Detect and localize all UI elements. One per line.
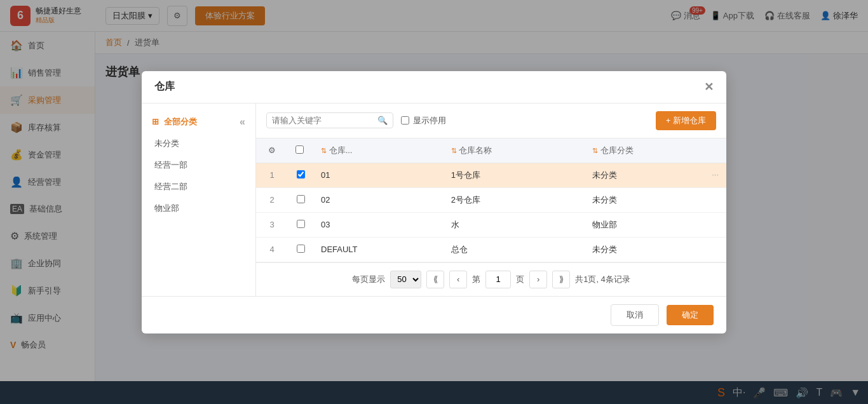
row-name: 总仓: [444, 237, 585, 262]
sort-icon-code: ⇅: [321, 147, 327, 154]
modal-category-panel: ⊞ 全部分类 « 未分类 经营一部 经营二部 物业部: [142, 104, 256, 296]
grid-icon: ⊞: [152, 117, 159, 126]
search-icon: 🔍: [377, 116, 388, 125]
sort-icon-category: ⇅: [592, 147, 598, 154]
show-disabled-checkbox-label[interactable]: 显示停用: [401, 115, 446, 126]
show-disabled-checkbox[interactable]: [401, 116, 409, 125]
search-box: 🔍: [266, 112, 393, 128]
table-row[interactable]: 2 02 2号仓库 未分类: [256, 187, 726, 212]
warehouse-modal: 仓库 ✕ ⊞ 全部分类 « 未分类 经营一部: [142, 71, 726, 333]
row-checkbox[interactable]: [288, 187, 313, 212]
table-row[interactable]: 3 03 水 物业部: [256, 212, 726, 237]
row-code: 03: [313, 212, 444, 237]
modal-pagination: 每页显示 50 ⟪ ‹ 第 页 › ⟫ 共1页, 4条记录: [256, 262, 726, 296]
cancel-button[interactable]: 取消: [611, 304, 659, 326]
all-category-header[interactable]: ⊞ 全部分类 «: [142, 111, 255, 133]
show-disabled-label: 显示停用: [413, 115, 446, 126]
modal-header: 仓库 ✕: [142, 71, 726, 104]
row-code: 02: [313, 187, 444, 212]
col-settings[interactable]: ⚙: [256, 138, 288, 163]
collapse-button[interactable]: «: [240, 116, 245, 128]
search-input[interactable]: [272, 116, 374, 125]
per-page-select[interactable]: 50: [390, 271, 421, 288]
modal-footer: 取消 确定: [142, 296, 726, 333]
row-number: 1: [256, 163, 288, 187]
row-checkbox[interactable]: [288, 163, 313, 187]
prev-page-button[interactable]: ‹: [449, 271, 467, 288]
row-select-checkbox[interactable]: [297, 220, 305, 228]
row-category: 未分类 ···: [585, 163, 726, 187]
row-select-checkbox[interactable]: [297, 170, 305, 178]
row-code: DEFAULT: [313, 237, 444, 262]
row-code: 01: [313, 163, 444, 187]
table-header-row: ⚙ ⇅ 仓库... ⇅ 仓库名称: [256, 138, 726, 163]
all-category-label: 全部分类: [164, 117, 197, 126]
data-table: ⚙ ⇅ 仓库... ⇅ 仓库名称: [256, 138, 726, 262]
modal-toolbar: 🔍 显示停用 + 新增仓库: [256, 104, 726, 138]
modal-table-panel: 🔍 显示停用 + 新增仓库 ⚙: [256, 104, 726, 296]
row-category: 未分类: [585, 237, 726, 262]
row-name: 1号仓库: [444, 163, 585, 187]
row-name: 2号仓库: [444, 187, 585, 212]
modal-title: 仓库: [154, 80, 175, 93]
modal-close-button[interactable]: ✕: [704, 80, 714, 94]
row-number: 2: [256, 187, 288, 212]
row-number: 3: [256, 212, 288, 237]
warehouse-table: ⚙ ⇅ 仓库... ⇅ 仓库名称: [256, 138, 726, 262]
modal-body: ⊞ 全部分类 « 未分类 经营一部 经营二部 物业部: [142, 104, 726, 296]
col-code: ⇅ 仓库...: [313, 138, 444, 163]
select-all-checkbox[interactable]: [295, 145, 304, 154]
per-page-label: 每页显示: [352, 274, 385, 285]
table-row[interactable]: 4 DEFAULT 总仓 未分类: [256, 237, 726, 262]
row-number: 4: [256, 237, 288, 262]
col-name: ⇅ 仓库名称: [444, 138, 585, 163]
last-page-button[interactable]: ⟫: [552, 271, 570, 288]
table-row[interactable]: 1 01 1号仓库 未分类 ···: [256, 163, 726, 187]
page-label: 第: [472, 274, 480, 285]
next-page-button[interactable]: ›: [529, 271, 547, 288]
row-checkbox[interactable]: [288, 212, 313, 237]
row-name: 水: [444, 212, 585, 237]
category-item-dept2[interactable]: 经营二部: [142, 176, 255, 198]
category-item-property[interactable]: 物业部: [142, 198, 255, 219]
col-checkbox: [288, 138, 313, 163]
page-suffix: 页: [516, 274, 524, 285]
add-warehouse-button[interactable]: + 新增仓库: [656, 111, 716, 130]
row-select-checkbox[interactable]: [297, 245, 305, 253]
modal-overlay: 仓库 ✕ ⊞ 全部分类 « 未分类 经营一部: [0, 0, 868, 404]
col-category: ⇅ 仓库分类: [585, 138, 726, 163]
row-select-checkbox[interactable]: [297, 195, 305, 203]
total-info: 共1页, 4条记录: [575, 274, 630, 285]
row-category: 未分类: [585, 187, 726, 212]
table-body: 1 01 1号仓库 未分类 ··· 2 02 2号仓库 未分类 3 03 水 物…: [256, 163, 726, 262]
row-checkbox[interactable]: [288, 237, 313, 262]
sort-icon-name: ⇅: [451, 147, 457, 154]
confirm-button[interactable]: 确定: [667, 305, 714, 325]
first-page-button[interactable]: ⟪: [426, 271, 444, 288]
page-number-input[interactable]: [485, 271, 511, 288]
category-item-dept1[interactable]: 经营一部: [142, 154, 255, 176]
row-actions[interactable]: ···: [712, 170, 719, 179]
row-category: 物业部: [585, 212, 726, 237]
category-item-unclassified[interactable]: 未分类: [142, 133, 255, 154]
